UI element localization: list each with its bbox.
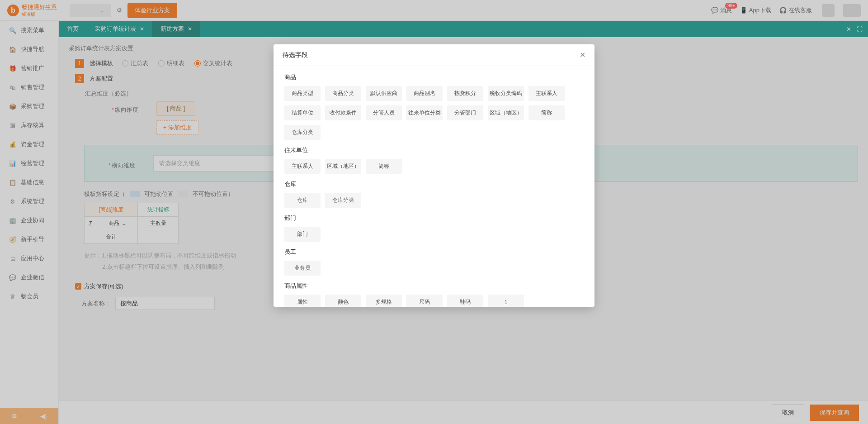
modal-overlay[interactable]: [0, 0, 868, 21]
